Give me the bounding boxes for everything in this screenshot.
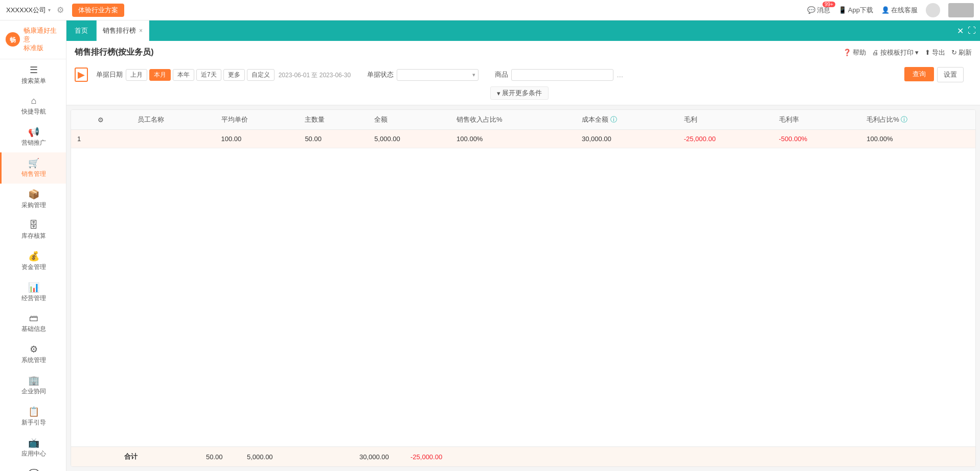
filter-status-item: 单据状态 bbox=[367, 69, 478, 81]
page-header: 销售排行榜(按业务员) ❓ 帮助 🖨 按模板打印 ▾ ⬆ bbox=[66, 41, 980, 105]
sidebar-logo: 畅 畅康通好生意 标准版 bbox=[0, 20, 66, 59]
goods-input[interactable] bbox=[511, 69, 613, 81]
message-badge: 99+ bbox=[823, 2, 835, 7]
col-gear[interactable]: ⚙ bbox=[92, 110, 131, 130]
online-service-button[interactable]: 👤 在线客服 bbox=[881, 6, 918, 15]
company-selector[interactable]: XXXXXX公司 ▾ bbox=[6, 6, 51, 15]
avatar[interactable] bbox=[926, 3, 940, 17]
col-gross-pct: 毛利占比% ⓘ bbox=[860, 110, 975, 130]
sidebar-item-app-center[interactable]: 📺 应用中心 bbox=[0, 432, 66, 463]
sidebar-label-sales: 销售管理 bbox=[21, 170, 46, 178]
logo-icon: 畅 bbox=[5, 31, 20, 48]
online-service-icon: 👤 bbox=[881, 6, 890, 14]
filter-goods-item: 商品 … bbox=[495, 69, 623, 81]
table-wrapper: ⚙ 员工名称 平均单价 主数量 全额 销售收入占比% 成本全额 ⓘ 毛利 毛利率… bbox=[71, 109, 976, 467]
gross-pct-info-icon[interactable]: ⓘ bbox=[901, 116, 907, 123]
tab-close-window-icon[interactable]: ✕ bbox=[957, 26, 964, 36]
cost-info-icon[interactable]: ⓘ bbox=[610, 116, 617, 123]
app-download-label: App下载 bbox=[848, 6, 873, 15]
sidebar-label-basic-info: 基础信息 bbox=[21, 325, 46, 333]
message-button[interactable]: 💬 消息 99+ bbox=[807, 6, 830, 15]
company-name: XXXXXX公司 bbox=[6, 6, 46, 15]
date-btn-7days[interactable]: 近7天 bbox=[196, 69, 221, 81]
refresh-button[interactable]: ↻ 刷新 bbox=[951, 48, 972, 57]
sidebar-item-system[interactable]: ⚙ 系统管理 bbox=[0, 339, 66, 370]
tab-close-icon[interactable]: × bbox=[139, 27, 143, 34]
user-name[interactable] bbox=[948, 3, 974, 17]
sidebar-item-quick-nav[interactable]: ⌂ 快捷导航 bbox=[0, 91, 66, 121]
quick-nav-icon: ⌂ bbox=[31, 96, 37, 106]
basic-info-icon: 🗃 bbox=[29, 313, 38, 324]
sidebar-item-guide[interactable]: 📋 新手引导 bbox=[0, 401, 66, 432]
sales-icon: 🛒 bbox=[28, 158, 39, 169]
sidebar-item-basic-info[interactable]: 🗃 基础信息 bbox=[0, 308, 66, 339]
sidebar-item-sales[interactable]: 🛒 销售管理 bbox=[0, 152, 66, 184]
trial-button[interactable]: 体验行业方案 bbox=[72, 4, 124, 17]
cell-gross-pct: 100.00% bbox=[860, 130, 975, 148]
date-btn-this-month[interactable]: 本月 bbox=[149, 69, 171, 81]
top-bar: XXXXXX公司 ▾ ⚙ 体验行业方案 💬 消息 99+ 📱 App下载 👤 在… bbox=[0, 0, 980, 20]
col-avg-price: 平均单价 bbox=[215, 110, 299, 130]
sidebar-label-marketing: 营销推广 bbox=[21, 139, 46, 147]
date-btn-more[interactable]: 更多 bbox=[223, 69, 245, 81]
footer-gross: -25,000.00 bbox=[404, 453, 455, 461]
guide-icon: 📋 bbox=[28, 406, 39, 417]
settings-small-button[interactable]: 设置 bbox=[937, 67, 964, 82]
app-download-button[interactable]: 📱 App下载 bbox=[838, 6, 873, 15]
sidebar-item-wechat[interactable]: 💬 企业微信 bbox=[0, 463, 66, 471]
expand-button[interactable]: ▾ 展开更多条件 bbox=[490, 86, 549, 100]
sidebar-label-system: 系统管理 bbox=[21, 356, 46, 365]
table-footer: 合计 50.00 5,000.00 30,000.00 -25,000.00 bbox=[71, 446, 975, 466]
operations-icon: 📊 bbox=[28, 282, 39, 293]
sidebar-label-operations: 经营管理 bbox=[21, 294, 46, 303]
print-button[interactable]: 🖨 按模板打印 ▾ bbox=[872, 48, 919, 57]
tab-sales-ranking-label: 销售排行榜 bbox=[103, 26, 136, 35]
sidebar-label-purchase: 采购管理 bbox=[21, 201, 46, 210]
help-label: 帮助 bbox=[853, 48, 866, 57]
expand-row: ▾ 展开更多条件 bbox=[75, 86, 964, 100]
top-bar-right: 💬 消息 99+ 📱 App下载 👤 在线客服 bbox=[807, 3, 974, 17]
help-button[interactable]: ❓ 帮助 bbox=[843, 48, 866, 57]
table-header-row: ⚙ 员工名称 平均单价 主数量 全额 销售收入占比% 成本全额 ⓘ 毛利 毛利率… bbox=[71, 110, 975, 130]
print-label: 按模板打印 bbox=[880, 48, 914, 57]
content-area: 首页 销售排行榜 × ✕ ⛶ 销售排行榜(按业务员) ❓ 帮助 bbox=[66, 20, 980, 471]
filter-bar: ▶ 单据日期 上月 本月 本年 近7天 更多 自定义 bbox=[75, 62, 972, 105]
goods-filter-label: 商品 bbox=[495, 70, 508, 79]
export-button[interactable]: ⬆ 导出 bbox=[925, 48, 945, 57]
cell-name bbox=[131, 130, 215, 148]
cell-amount: 5,000.00 bbox=[368, 130, 450, 148]
filter-toggle-icon[interactable]: ▶ bbox=[75, 68, 88, 82]
footer-amount: 5,000.00 bbox=[241, 453, 292, 461]
page-title-row: 销售排行榜(按业务员) ❓ 帮助 🖨 按模板打印 ▾ ⬆ bbox=[75, 47, 972, 58]
query-button[interactable]: 查询 bbox=[904, 67, 934, 81]
sidebar-label-app-center: 应用中心 bbox=[21, 450, 46, 458]
status-filter-label: 单据状态 bbox=[367, 70, 394, 79]
tab-maximize-icon[interactable]: ⛶ bbox=[968, 26, 976, 35]
sidebar-item-purchase[interactable]: 📦 采购管理 bbox=[0, 184, 66, 215]
svg-text:畅: 畅 bbox=[10, 36, 16, 43]
system-icon: ⚙ bbox=[30, 344, 38, 355]
cell-gross: -25,000.00 bbox=[678, 130, 773, 148]
tab-home[interactable]: 首页 bbox=[66, 20, 97, 41]
goods-more-icon[interactable]: … bbox=[617, 71, 623, 79]
main-layout: 畅 畅康通好生意 标准版 ☰ 搜索菜单 ⌂ 快捷导航 📢 营销推广 🛒 销售管理… bbox=[0, 20, 980, 471]
date-filter-label: 单据日期 bbox=[96, 70, 123, 79]
sidebar-item-marketing[interactable]: 📢 营销推广 bbox=[0, 121, 66, 152]
app-download-icon: 📱 bbox=[838, 6, 847, 14]
date-btn-this-year[interactable]: 本年 bbox=[173, 69, 194, 81]
sidebar-item-inventory[interactable]: 🗄 库存核算 bbox=[0, 215, 66, 245]
purchase-icon: 📦 bbox=[28, 189, 39, 200]
status-select[interactable] bbox=[397, 69, 478, 81]
tab-sales-ranking[interactable]: 销售排行榜 × bbox=[97, 20, 149, 41]
wechat-icon: 💬 bbox=[28, 468, 39, 471]
sidebar-item-search-orders[interactable]: ☰ 搜索菜单 bbox=[0, 59, 66, 91]
sidebar-label-enterprise: 企业协同 bbox=[21, 387, 46, 396]
sidebar-item-operations[interactable]: 📊 经营管理 bbox=[0, 277, 66, 308]
date-btn-last-month[interactable]: 上月 bbox=[126, 69, 147, 81]
print-icon: 🖨 bbox=[872, 49, 879, 56]
company-settings-icon[interactable]: ⚙ bbox=[57, 5, 64, 15]
sidebar-item-enterprise[interactable]: 🏢 企业协同 bbox=[0, 370, 66, 401]
sidebar-item-finance[interactable]: 💰 资金管理 bbox=[0, 245, 66, 277]
tab-home-label: 首页 bbox=[75, 26, 88, 35]
date-btn-custom[interactable]: 自定义 bbox=[247, 69, 275, 81]
